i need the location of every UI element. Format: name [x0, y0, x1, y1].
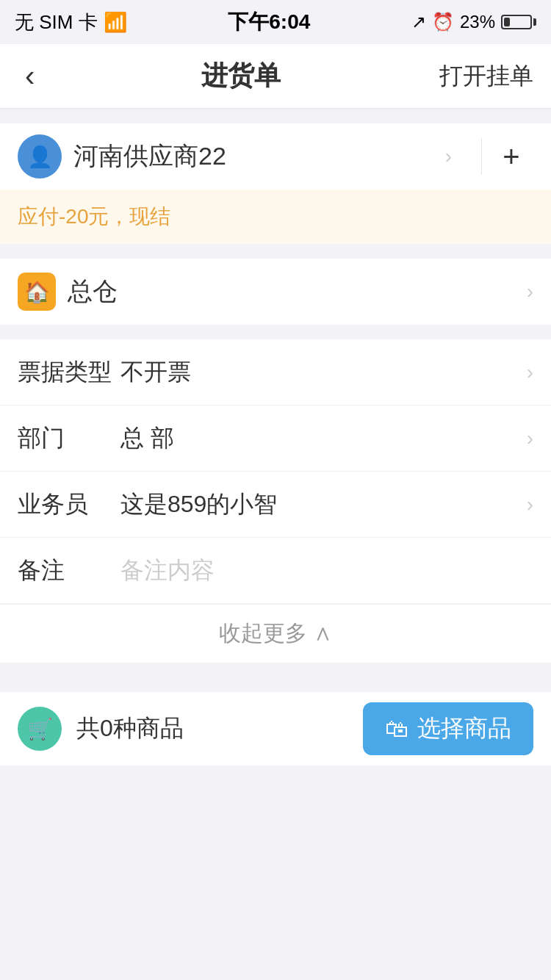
product-count-text: 共0种商品: [76, 713, 348, 745]
warehouse-chevron-icon: ›: [527, 280, 533, 303]
select-product-icon: 🛍: [385, 716, 408, 743]
remark-row[interactable]: 备注 备注内容: [0, 538, 551, 604]
page-title: 进货单: [201, 58, 281, 94]
supplier-row[interactable]: 👤 河南供应商22 › +: [0, 123, 551, 190]
supplier-chevron-icon: ›: [445, 145, 452, 168]
department-label: 部门: [18, 422, 113, 455]
warehouse-row[interactable]: 🏠 总仓 ›: [0, 259, 551, 325]
salesperson-label: 业务员: [18, 489, 113, 521]
invoice-type-label: 票据类型: [18, 356, 113, 389]
status-right: ↗ ⏰ 23%: [411, 12, 536, 32]
warehouse-section: 🏠 总仓 ›: [0, 259, 551, 325]
salesperson-value: 这是859的小智: [113, 489, 527, 521]
avatar-icon: 👤: [27, 145, 53, 169]
alarm-icon: ⏰: [432, 12, 454, 32]
remark-input[interactable]: 备注内容: [113, 555, 533, 587]
cart-icon: 🛒: [27, 717, 53, 741]
form-section: 票据类型 不开票 › 部门 总 部 › 业务员 这是859的小智 › 备注 备注…: [0, 339, 551, 663]
warehouse-name: 总仓: [68, 275, 515, 309]
notice-bar: 应付-20元，现结: [0, 190, 551, 244]
salesperson-row[interactable]: 业务员 这是859的小智 ›: [0, 472, 551, 538]
department-row[interactable]: 部门 总 部 ›: [0, 406, 551, 472]
open-pending-button[interactable]: 打开挂单: [439, 60, 533, 93]
supplier-avatar: 👤: [18, 134, 62, 179]
divider-2: [0, 325, 551, 339]
department-value: 总 部: [113, 422, 527, 455]
top-divider: [0, 109, 551, 123]
supplier-section: 👤 河南供应商22 › + 应付-20元，现结: [0, 123, 551, 244]
remark-label: 备注: [18, 555, 113, 587]
department-chevron-icon: ›: [527, 427, 533, 450]
supplier-name: 河南供应商22: [73, 140, 226, 173]
nav-bar: ‹ 进货单 打开挂单: [0, 44, 551, 109]
divider-3: [0, 663, 551, 677]
invoice-type-row[interactable]: 票据类型 不开票 ›: [0, 339, 551, 406]
warehouse-icon: 🏠: [18, 273, 56, 311]
salesperson-chevron-icon: ›: [527, 493, 533, 516]
wifi-icon: 📶: [104, 11, 127, 34]
select-product-label: 选择商品: [417, 713, 511, 745]
supplier-info: 👤 河南供应商22: [18, 134, 445, 179]
select-product-button[interactable]: 🛍 选择商品: [363, 702, 533, 755]
battery-percent: 23%: [460, 12, 495, 32]
house-icon: 🏠: [24, 280, 50, 304]
carrier-text: 无 SIM 卡: [15, 10, 98, 35]
location-icon: ↗: [411, 12, 426, 32]
invoice-type-value: 不开票: [113, 356, 527, 389]
battery-icon: [501, 15, 536, 29]
collapse-button[interactable]: 收起更多 ∧: [0, 604, 551, 663]
status-time: 下午6:04: [228, 8, 310, 36]
collapse-label: 收起更多 ∧: [219, 619, 331, 649]
bottom-bar: 🛒 共0种商品 🛍 选择商品: [0, 692, 551, 765]
product-count-icon: 🛒: [18, 707, 62, 751]
status-left: 无 SIM 卡 📶: [15, 10, 127, 35]
divider-1: [0, 244, 551, 259]
notice-text: 应付-20元，现结: [18, 205, 170, 228]
invoice-type-chevron-icon: ›: [527, 361, 533, 384]
add-supplier-button[interactable]: +: [489, 134, 533, 179]
back-button[interactable]: ‹: [18, 52, 42, 100]
status-bar: 无 SIM 卡 📶 下午6:04 ↗ ⏰ 23%: [0, 0, 551, 44]
supplier-divider: [481, 138, 482, 175]
empty-area: [0, 765, 551, 980]
